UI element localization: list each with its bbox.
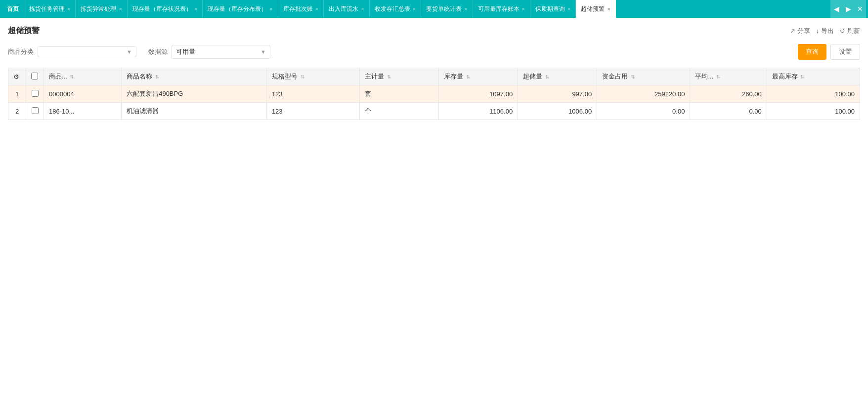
datasource-chevron-icon: ▼	[260, 49, 266, 55]
filter-row: 商品分类 ▼ 数据源 可用量 ▼ 查询 设置	[8, 44, 860, 60]
sort-maxstock-icon: ⇅	[800, 74, 804, 79]
th-maxstock[interactable]: 最高库存 ⇅	[767, 68, 860, 85]
header-actions: ↗ 分享 ↓ 导出 ↺ 刷新	[790, 27, 861, 36]
td-row-num-2: 2	[8, 103, 26, 120]
td-checkbox-1[interactable]	[26, 85, 44, 103]
th-stock[interactable]: 库存量 ⇅	[439, 68, 518, 85]
category-filter-group: 商品分类 ▼	[8, 46, 136, 57]
th-spec[interactable]: 规格型号 ⇅	[266, 68, 359, 85]
select-all-checkbox[interactable]	[31, 73, 38, 79]
settings-button[interactable]: 设置	[830, 44, 860, 60]
data-table: ⚙ 商品... ⇅ 商品名称 ⇅ 规格型号 ⇅ 主计量	[8, 68, 860, 120]
td-checkbox-2[interactable]	[26, 103, 44, 120]
nav-tab-available[interactable]: 可用量库存账本 ×	[473, 0, 530, 18]
sort-overstock-icon: ⇅	[545, 74, 549, 79]
page-title: 超储预警	[8, 26, 40, 36]
filter-actions: 查询 设置	[798, 44, 860, 60]
category-select[interactable]: ▼	[38, 46, 136, 57]
close-overstock[interactable]: ×	[607, 6, 610, 12]
td-spec-1: 123	[266, 85, 359, 103]
td-capital-1: 259220.00	[597, 85, 690, 103]
td-row-num-1: 1	[8, 85, 26, 103]
sort-capital-icon: ⇅	[631, 74, 635, 79]
td-maxstock-2: 100.00	[767, 103, 860, 120]
datasource-value: 可用量	[176, 47, 195, 56]
share-icon: ↗	[790, 27, 795, 35]
row-checkbox-1[interactable]	[32, 90, 39, 97]
row-checkbox-2[interactable]	[32, 107, 39, 114]
table-row: 1 0000004 六配套新昌490BPG 123 套 1097.00 997.…	[8, 85, 860, 103]
page-header: 超储预警 ↗ 分享 ↓ 导出 ↺ 刷新	[8, 26, 860, 36]
th-unit[interactable]: 主计量 ⇅	[360, 68, 439, 85]
td-avg-2: 0.00	[690, 103, 767, 120]
close-batch[interactable]: ×	[315, 6, 318, 12]
td-spec-2: 123	[266, 103, 359, 120]
th-name[interactable]: 商品名称 ⇅	[122, 68, 267, 85]
share-button[interactable]: ↗ 分享	[790, 27, 810, 36]
datasource-select[interactable]: 可用量 ▼	[172, 45, 270, 59]
td-avg-1: 260.00	[690, 85, 767, 103]
close-summary[interactable]: ×	[413, 6, 416, 12]
nav-tab-expiry[interactable]: 保质期查询 ×	[530, 0, 576, 18]
td-unit-2: 个	[360, 103, 439, 120]
td-code-2: 186-10...	[44, 103, 122, 120]
td-unit-1: 套	[360, 85, 439, 103]
th-overstock[interactable]: 超储量 ⇅	[518, 68, 597, 85]
nav-tab-stock-dist[interactable]: 现存量（库存分布表） ×	[203, 0, 278, 18]
category-label: 商品分类	[8, 47, 34, 56]
query-button[interactable]: 查询	[798, 44, 826, 60]
td-overstock-2: 1006.00	[518, 103, 597, 120]
category-chevron-icon: ▼	[127, 49, 132, 55]
sort-unit-icon: ⇅	[387, 74, 391, 79]
sort-name-icon: ⇅	[155, 74, 159, 79]
nav-tab-task-mgmt[interactable]: 拣货任务管理 ×	[24, 0, 76, 18]
nav-tab-batch[interactable]: 库存批次账 ×	[278, 0, 324, 18]
refresh-icon: ↺	[840, 27, 845, 35]
th-capital[interactable]: 资金占用 ⇅	[597, 68, 690, 85]
close-stock-dist[interactable]: ×	[269, 6, 272, 12]
close-task-mgmt[interactable]: ×	[67, 6, 70, 12]
close-exception[interactable]: ×	[119, 6, 122, 12]
close-order-stats[interactable]: ×	[464, 6, 467, 12]
th-settings[interactable]: ⚙	[8, 68, 26, 85]
close-flow[interactable]: ×	[361, 6, 364, 12]
nav-expand-btn[interactable]: ✕	[854, 0, 866, 18]
table-header: ⚙ 商品... ⇅ 商品名称 ⇅ 规格型号 ⇅ 主计量	[8, 68, 860, 85]
td-stock-1: 1097.00	[439, 85, 518, 103]
refresh-button[interactable]: ↺ 刷新	[840, 27, 860, 36]
datasource-label: 数据源	[148, 47, 168, 56]
nav-tab-overstock[interactable]: 超储预警 ×	[576, 0, 615, 18]
nav-tab-flow[interactable]: 出入库流水 ×	[324, 0, 369, 18]
td-name-2: 机油滤清器	[122, 103, 267, 120]
sort-spec-icon: ⇅	[301, 74, 304, 79]
export-icon: ↓	[816, 27, 820, 35]
th-code[interactable]: 商品... ⇅	[44, 68, 122, 85]
nav-tab-summary[interactable]: 收发存汇总表 ×	[370, 0, 421, 18]
td-stock-2: 1106.00	[439, 103, 518, 120]
th-checkbox[interactable]	[26, 68, 44, 85]
export-button[interactable]: ↓ 导出	[816, 27, 834, 36]
nav-tab-exception[interactable]: 拣货异常处理 ×	[76, 0, 127, 18]
main-content: 超储预警 ↗ 分享 ↓ 导出 ↺ 刷新 商品分类 ▼ 数据源	[0, 18, 868, 395]
nav-tab-stock-status[interactable]: 现存量（库存状况表） ×	[128, 0, 203, 18]
td-capital-2: 0.00	[597, 103, 690, 120]
table-row: 2 186-10... 机油滤清器 123 个 1106.00 1006.00 …	[8, 103, 860, 120]
td-name-1: 六配套新昌490BPG	[122, 85, 267, 103]
sort-code-icon: ⇅	[70, 74, 74, 79]
nav-arrows: ◀ ▶ ✕	[830, 0, 866, 18]
nav-tab-home[interactable]: 首页	[2, 0, 24, 18]
datasource-filter-group: 数据源 可用量 ▼	[148, 45, 270, 59]
settings-icon: ⚙	[13, 73, 19, 80]
sort-stock-icon: ⇅	[466, 74, 470, 79]
nav-next-btn[interactable]: ▶	[842, 0, 854, 18]
top-nav: 首页 拣货任务管理 × 拣货异常处理 × 现存量（库存状况表） × 现存量（库存…	[0, 0, 868, 18]
td-maxstock-1: 100.00	[767, 85, 860, 103]
th-avg[interactable]: 平均... ⇅	[690, 68, 767, 85]
nav-tab-order-stats[interactable]: 要货单统计表 ×	[421, 0, 473, 18]
close-stock-status[interactable]: ×	[194, 6, 197, 12]
close-expiry[interactable]: ×	[567, 6, 570, 12]
nav-prev-btn[interactable]: ◀	[830, 0, 842, 18]
td-code-1: 0000004	[44, 85, 122, 103]
table-body: 1 0000004 六配套新昌490BPG 123 套 1097.00 997.…	[8, 85, 860, 120]
close-available[interactable]: ×	[522, 6, 525, 12]
